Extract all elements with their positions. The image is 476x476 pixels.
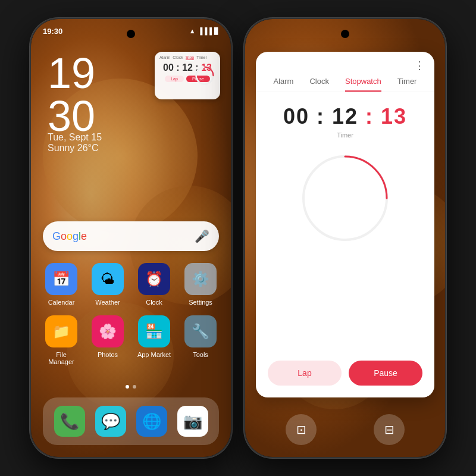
google-logo: Google <box>52 230 87 243</box>
widget-tab-timer[interactable]: Timer <box>196 55 207 60</box>
sw-sep2: : <box>365 104 381 129</box>
recent-apps-btn[interactable]: ⊡ <box>286 414 317 445</box>
sw-seconds: 13 <box>381 104 407 129</box>
app-filemanager[interactable]: 📁 File Manager <box>43 315 80 365</box>
right-camera-hole <box>341 30 349 38</box>
circle-svg <box>298 151 393 246</box>
app-settings[interactable]: ⚙️ Settings <box>182 263 219 306</box>
dock-camera[interactable]: 📷 <box>177 406 208 437</box>
filemanager-icon: 📁 <box>45 315 77 347</box>
wallpaper-right: ⋮ Alarm Clock Stopwatch Timer 00 : 12 : … <box>245 19 445 457</box>
photos-label: Photos <box>98 351 118 358</box>
sw-hours: 00 <box>283 104 309 129</box>
widget-tab-alarm[interactable]: Alarm <box>159 55 170 60</box>
google-g2: g <box>73 230 79 242</box>
app-calendar[interactable]: 📅 Calendar <box>43 263 80 306</box>
status-bar-left: 19:30 ▲ ▐▐▐ ▊ <box>31 19 231 43</box>
widget-tab-clock[interactable]: Clock <box>173 55 183 60</box>
clock-label: Clock <box>146 299 162 306</box>
market-icon: 🏪 <box>138 315 170 347</box>
calendar-label: Calendar <box>48 299 75 306</box>
weather-label: Weather <box>95 299 120 306</box>
search-bar[interactable]: Google 🎤 <box>43 221 219 251</box>
tab-alarm[interactable]: Alarm <box>274 77 294 92</box>
tab-clock[interactable]: Clock <box>309 77 329 92</box>
dock-phone[interactable]: 📞 <box>54 406 85 437</box>
home-hour1: 19 <box>48 52 95 95</box>
tab-timer[interactable]: Timer <box>397 77 417 92</box>
left-screen: 19:30 ▲ ▐▐▐ ▊ 19 30 Tue, Sept 15 Sunny 2… <box>31 19 231 457</box>
market-label: App Market <box>137 351 171 358</box>
dock-messages[interactable]: 💬 <box>95 406 126 437</box>
home-btn-right[interactable]: ⊟ <box>374 414 405 445</box>
home-icon-right: ⊟ <box>384 422 394 437</box>
widget-tabs: Alarm Clock Stop Timer <box>159 55 215 60</box>
wifi-icon: ▲ <box>189 27 196 35</box>
settings-label: Settings <box>189 299 212 306</box>
widget-tab-stopwatch[interactable]: Stop <box>186 55 194 60</box>
dot-2 <box>133 385 136 389</box>
dock: 📞 💬 🌐 📷 <box>43 397 219 445</box>
google-o2: o <box>67 230 73 242</box>
widget-lap-btn[interactable]: Lap <box>165 76 184 82</box>
pause-button[interactable]: Pause <box>349 361 422 386</box>
tools-icon: 🔧 <box>184 315 217 347</box>
stopwatch-time: 00 : 12 : 13 <box>283 104 407 129</box>
calendar-icon: 📅 <box>45 263 77 295</box>
google-o1: o <box>61 230 67 242</box>
app-market[interactable]: 🏪 App Market <box>136 315 173 365</box>
app-weather[interactable]: 🌤 Weather <box>89 263 126 306</box>
timer-label: Timer <box>337 131 353 139</box>
right-phone: ⋮ Alarm Clock Stopwatch Timer 00 : 12 : … <box>244 18 446 458</box>
clock-tabs: Alarm Clock Stopwatch Timer <box>256 72 434 92</box>
dock-browser[interactable]: 🌐 <box>136 406 167 437</box>
stopwatch-widget[interactable]: Alarm Clock Stop Timer 00 : 12 : 13 Lap … <box>155 52 220 99</box>
weather-icon: 🌤 <box>92 263 124 295</box>
sw-minutes: 12 <box>332 104 358 129</box>
signal-icon: ▐▐▐ <box>198 27 212 35</box>
home-clock: 19 30 <box>48 52 95 137</box>
weather-text: Sunny 26°C <box>48 143 102 154</box>
app-clock[interactable]: ⏰ Clock <box>136 263 173 306</box>
widget-arc <box>194 65 215 86</box>
status-time-left: 19:30 <box>43 27 62 36</box>
filemanager-label: File Manager <box>43 351 80 365</box>
status-icons-left: ▲ ▐▐▐ ▊ <box>189 27 219 35</box>
dot-indicator <box>126 385 136 389</box>
photos-icon: 🌸 <box>92 315 124 347</box>
date-text: Tue, Sept 15 <box>48 132 102 143</box>
tab-stopwatch[interactable]: Stopwatch <box>345 77 381 92</box>
circle-container <box>298 151 393 246</box>
home-date: Tue, Sept 15 Sunny 26°C <box>48 132 102 154</box>
app-photos[interactable]: 🌸 Photos <box>89 315 126 365</box>
left-phone: 19:30 ▲ ▐▐▐ ▊ 19 30 Tue, Sept 15 Sunny 2… <box>30 18 232 458</box>
bottom-buttons: Lap Pause <box>256 361 434 397</box>
clock-app: ⋮ Alarm Clock Stopwatch Timer 00 : 12 : … <box>256 52 434 397</box>
settings-icon: ⚙️ <box>184 263 217 295</box>
battery-icon: ▊ <box>214 27 219 35</box>
app-tools[interactable]: 🔧 Tools <box>182 315 219 365</box>
mic-icon[interactable]: 🎤 <box>195 229 209 243</box>
tools-label: Tools <box>193 351 208 358</box>
wallpaper-left: 19:30 ▲ ▐▐▐ ▊ 19 30 Tue, Sept 15 Sunny 2… <box>31 19 231 457</box>
right-screen: ⋮ Alarm Clock Stopwatch Timer 00 : 12 : … <box>245 19 445 457</box>
lap-button[interactable]: Lap <box>268 361 342 386</box>
google-e: e <box>81 230 87 242</box>
sw-sep1: : <box>317 104 332 129</box>
google-g: G <box>52 230 61 242</box>
clock-icon: ⏰ <box>138 263 170 295</box>
more-options-icon[interactable]: ⋮ <box>414 59 425 72</box>
nav-bar-right: ⊡ ⊟ <box>257 414 433 445</box>
clock-app-header: ⋮ <box>256 52 434 72</box>
recent-apps-icon: ⊡ <box>296 422 306 437</box>
app-grid: 📅 Calendar 🌤 Weather ⏰ Clock ⚙️ Settings <box>43 263 219 365</box>
home-hour2: 30 <box>48 95 95 137</box>
stopwatch-display: 00 : 12 : 13 Timer <box>256 92 434 361</box>
dot-1 <box>126 385 129 389</box>
